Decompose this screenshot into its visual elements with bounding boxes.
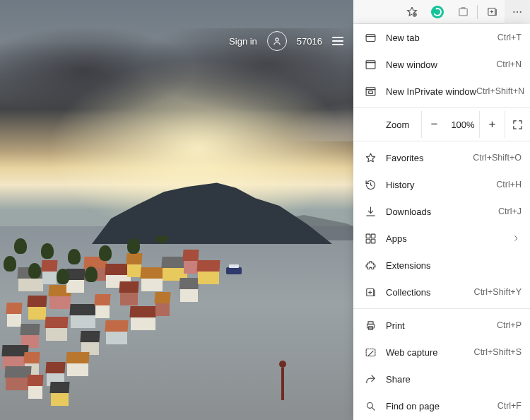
settings-and-more-menu: New tabCtrl+TNew windowCtrl+NNew InPriva… <box>353 24 530 420</box>
menu-item-shortcut: Ctrl+Shift+S <box>474 347 522 357</box>
download-icon <box>363 204 377 218</box>
svg-rect-9 <box>366 87 375 95</box>
apps-icon <box>363 231 377 245</box>
zoom-out-button[interactable]: − <box>421 111 447 138</box>
svg-rect-16 <box>367 324 374 328</box>
zoom-in-button[interactable]: + <box>479 111 505 138</box>
svg-point-5 <box>520 11 522 12</box>
settings-and-more-button[interactable] <box>505 0 530 24</box>
grammarly-icon <box>431 6 444 18</box>
browser-toolbar <box>353 0 530 24</box>
menu-item-downloads[interactable]: DownloadsCtrl+J <box>353 198 530 225</box>
svg-point-19 <box>367 402 372 408</box>
collections-icon <box>363 285 377 299</box>
menu-item-new-window[interactable]: New windowCtrl+N <box>353 51 530 78</box>
share-icon <box>363 372 377 386</box>
svg-rect-1 <box>459 8 466 16</box>
menu-item-label: Collections <box>386 287 474 298</box>
chevron-right-icon <box>512 234 522 243</box>
menu-item-label: Extensions <box>386 260 522 271</box>
add-favorite-button[interactable] <box>399 0 425 24</box>
collections-toolbar-button[interactable] <box>479 0 505 24</box>
menu-item-new-inprivate-window[interactable]: New InPrivate windowCtrl+Shift+N <box>353 78 530 105</box>
menu-item-shortcut: Ctrl+J <box>498 206 522 216</box>
inprivate-icon <box>363 84 377 98</box>
svg-point-4 <box>517 11 518 12</box>
menu-item-shortcut: Ctrl+F <box>497 401 522 411</box>
menu-zoom-row: Zoom−100%+ <box>353 111 530 138</box>
menu-item-label: New window <box>386 59 496 70</box>
svg-rect-10 <box>368 91 372 93</box>
menu-item-collections[interactable]: CollectionsCtrl+Shift+Y <box>353 279 530 305</box>
menu-item-shortcut: Ctrl+Shift+Y <box>474 287 522 297</box>
capture-icon <box>363 345 377 359</box>
more-icon <box>512 6 523 18</box>
avatar[interactable] <box>267 31 287 51</box>
menu-item-shortcut: Ctrl+P <box>497 320 522 330</box>
history-icon <box>363 177 377 192</box>
person-icon <box>271 35 283 47</box>
zoom-value: 100% <box>447 119 479 130</box>
menu-item-label: New tab <box>386 33 497 43</box>
svg-rect-18 <box>366 349 375 356</box>
star-icon <box>363 151 377 165</box>
svg-rect-8 <box>366 60 375 68</box>
zoom-label: Zoom <box>386 119 421 130</box>
rewards-count[interactable]: 57016 <box>297 36 322 47</box>
menu-item-label: Share <box>386 374 522 385</box>
menu-separator <box>353 141 530 141</box>
svg-point-6 <box>276 38 278 41</box>
menu-item-label: New InPrivate window <box>386 86 476 97</box>
menu-item-shortcut: Ctrl+T <box>497 33 522 42</box>
menu-item-shortcut: Ctrl+Shift+N <box>476 86 524 96</box>
svg-rect-13 <box>366 239 370 243</box>
menu-item-label: Print <box>386 320 497 331</box>
find-icon <box>363 399 377 413</box>
menu-separator <box>353 107 530 108</box>
svg-rect-14 <box>371 239 375 243</box>
page-header: Sign in 57016 <box>0 23 353 59</box>
menu-separator <box>353 308 530 309</box>
menu-item-label: Find on page <box>386 401 497 412</box>
menu-item-apps[interactable]: Apps <box>353 225 530 252</box>
svg-rect-11 <box>366 234 370 238</box>
svg-point-3 <box>513 11 514 12</box>
fullscreen-button[interactable] <box>505 111 530 138</box>
menu-item-history[interactable]: HistoryCtrl+H <box>353 171 530 198</box>
menu-item-label: Apps <box>386 233 512 244</box>
window-icon <box>363 57 377 71</box>
svg-rect-7 <box>366 34 375 41</box>
menu-item-share[interactable]: Share <box>353 366 530 392</box>
tab-icon <box>363 30 377 45</box>
svg-rect-12 <box>371 234 375 238</box>
menu-item-shortcut: Ctrl+Shift+O <box>473 153 522 163</box>
menu-item-shortcut: Ctrl+H <box>496 180 522 189</box>
menu-item-label: History <box>386 180 496 190</box>
menu-item-print[interactable]: PrintCtrl+P <box>353 312 530 339</box>
extension-icon <box>363 258 377 272</box>
menu-item-label: Web capture <box>386 347 474 358</box>
menu-item-label: Downloads <box>386 206 498 217</box>
menu-item-find-on-page[interactable]: Find on pageCtrl+F <box>353 392 530 419</box>
hamburger-menu-button[interactable] <box>332 37 343 45</box>
sign-in-link[interactable]: Sign in <box>229 36 257 47</box>
menu-item-favorites[interactable]: FavoritesCtrl+Shift+O <box>353 144 530 171</box>
menu-item-extensions[interactable]: Extensions <box>353 252 530 279</box>
print-icon <box>363 318 377 332</box>
menu-item-new-tab[interactable]: New tabCtrl+T <box>353 24 530 51</box>
menu-item-label: Favorites <box>386 153 473 163</box>
menu-item-web-capture[interactable]: Web captureCtrl+Shift+S <box>353 339 530 366</box>
menu-item-shortcut: Ctrl+N <box>496 59 522 69</box>
extension-button[interactable] <box>450 0 476 24</box>
grammarly-extension-button[interactable] <box>425 0 450 24</box>
